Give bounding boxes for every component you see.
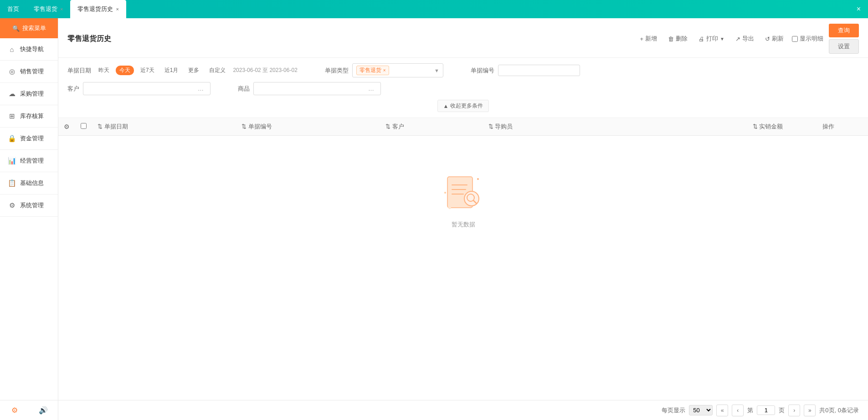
refresh-button[interactable]: ↺ 刷新	[762, 33, 786, 45]
page-size-select[interactable]: 20 50 100 200	[689, 405, 713, 415]
doc-number-input[interactable]	[498, 65, 580, 76]
sidebar-item-purchase-mgmt-label: 采购管理	[20, 90, 44, 98]
new-icon: +	[640, 36, 644, 42]
table-col-customer[interactable]: ⇅ 客户	[380, 118, 483, 136]
refresh-icon: ↺	[765, 36, 770, 42]
volume-icon: 🔊	[39, 406, 48, 415]
date-pill-last-month[interactable]: 近1月	[161, 66, 182, 75]
tab-retail-return-history[interactable]: 零售退货历史 ×	[70, 0, 126, 18]
page-prev-button[interactable]: ‹	[732, 405, 744, 416]
settings-button[interactable]: 设置	[829, 39, 859, 54]
sidebar-item-basic-info[interactable]: 📋 基础信息	[0, 172, 58, 195]
sidebar-item-purchase-mgmt[interactable]: ☁ 采购管理	[0, 83, 58, 105]
page-next-button[interactable]: ›	[788, 405, 800, 416]
table-col-number[interactable]: ⇅ 单据编号	[236, 118, 380, 136]
filter-date: 单据日期 昨天 今天 近7天 近1月 更多 自定义 2023-06-02 至 2…	[67, 66, 298, 75]
customer-ellipsis-button[interactable]: …	[195, 84, 206, 93]
system-icon: ⚙	[7, 201, 16, 210]
page-label-after: 页	[779, 406, 785, 415]
inventory-icon: ⊞	[7, 112, 16, 121]
purchase-icon: ☁	[7, 89, 16, 98]
toolbar: + 新增 🗑 删除 🖨 打印 ▼ ↗ 导出 ↺ 刷新	[637, 24, 859, 54]
sidebar-settings-button[interactable]: ⚙	[0, 400, 29, 420]
filter-row-1: 单据日期 昨天 今天 近7天 近1月 更多 自定义 2023-06-02 至 2…	[67, 63, 859, 77]
table-col-spacer	[606, 118, 645, 136]
page-input[interactable]	[757, 405, 775, 415]
table-col-amount-label: ⇅ 实销金额	[753, 123, 783, 130]
sidebar-search[interactable]: 🔍 搜索菜单	[0, 18, 58, 38]
new-button[interactable]: + 新增	[637, 33, 660, 45]
tab-retail-return-history-label: 零售退货历史	[77, 5, 113, 13]
window-close-button[interactable]: ×	[857, 5, 861, 13]
tab-retail-return[interactable]: 零售退货 ×	[26, 0, 70, 18]
sidebar-item-inventory-calc-label: 库存核算	[20, 112, 44, 120]
date-pill-custom[interactable]: 自定义	[205, 66, 229, 75]
top-bar: 首页 零售退货 × 零售退货历史 × ×	[0, 0, 868, 18]
doc-type-tag: 零售退货 ×	[356, 66, 389, 75]
pagination-bar: 每页显示 20 50 100 200 « ‹ 第 页 › » 共0页, 0条记录	[58, 400, 868, 420]
doc-type-tag-close[interactable]: ×	[383, 68, 386, 73]
date-pill-today[interactable]: 今天	[116, 66, 134, 75]
table-col-amount[interactable]: ⇅ 实销金额	[644, 118, 788, 136]
sidebar-item-sales-mgmt[interactable]: ◎ 销售管理	[0, 61, 58, 83]
customer-filter-label: 客户	[67, 85, 79, 93]
sidebar-item-quick-nav[interactable]: ⌂ 快捷导航	[0, 38, 58, 61]
show-detail-checkbox[interactable]	[792, 36, 798, 42]
print-icon: 🖨	[699, 36, 704, 42]
product-ellipsis-button[interactable]: …	[365, 84, 377, 93]
right-actions: 查询 设置	[829, 24, 859, 54]
table-col-action: 操作	[789, 118, 868, 136]
table-col-number-label: ⇅ 单据编号	[241, 123, 272, 130]
page-last-button[interactable]: »	[804, 405, 816, 416]
table-col-customer-label: ⇅ 客户	[385, 123, 404, 130]
search-icon: 🔍	[12, 25, 20, 32]
tab-home[interactable]: 首页	[0, 0, 26, 18]
page-title: 零售退货历史	[67, 34, 111, 44]
sidebar-item-system-mgmt[interactable]: ⚙ 系统管理	[0, 195, 58, 217]
main-content: 零售退货历史 + 新增 🗑 删除 🖨 打印 ▼ ↗ 导出	[58, 18, 868, 420]
date-pill-yesterday[interactable]: 昨天	[95, 66, 113, 75]
sidebar-volume-button[interactable]: 🔊	[29, 400, 58, 420]
date-pill-last7[interactable]: 近7天	[137, 66, 158, 75]
collapse-button[interactable]: ▲ 收起更多条件	[437, 100, 489, 112]
collapse-label: 收起更多条件	[450, 102, 483, 110]
settings-gear-icon: ⚙	[11, 406, 18, 415]
tab-home-label: 首页	[7, 5, 19, 13]
page-size-label: 每页显示	[662, 406, 685, 415]
sidebar-item-capital-mgmt[interactable]: 🔒 资金管理	[0, 128, 58, 150]
table-settings-icon[interactable]: ⚙	[64, 123, 70, 130]
sidebar-item-system-mgmt-label: 系统管理	[20, 201, 44, 210]
doc-type-value: 零售退货	[360, 67, 381, 74]
operation-icon: 📊	[7, 156, 16, 165]
delete-label: 删除	[676, 35, 688, 43]
tab-retail-return-history-close[interactable]: ×	[116, 6, 118, 12]
table-col-guide[interactable]: ⇅ 导购员	[483, 118, 606, 136]
home-icon: ⌂	[7, 45, 16, 54]
tab-retail-return-close[interactable]: ×	[60, 6, 63, 12]
page-first-button[interactable]: «	[716, 405, 728, 416]
main-layout: 🔍 搜索菜单 ⌂ 快捷导航 ◎ 销售管理 ☁ 采购管理 ⊞ 库存核算 🔒 资金	[0, 18, 868, 420]
table-select-all-checkbox[interactable]	[81, 123, 87, 129]
print-button[interactable]: 🖨 打印 ▼	[696, 33, 727, 45]
date-range-display: 2023-06-02 至 2023-06-02	[233, 67, 297, 74]
new-label: 新增	[645, 35, 657, 43]
date-pills: 昨天 今天 近7天 近1月 更多 自定义	[95, 66, 229, 75]
sidebar-item-quick-nav-label: 快捷导航	[20, 45, 44, 53]
export-button[interactable]: ↗ 导出	[733, 33, 757, 45]
filter-doc-number: 单据编号	[471, 65, 580, 76]
table-col-date[interactable]: ⇅ 单据日期	[92, 118, 236, 136]
filter-doc-type: 单据类型 零售退货 × ▼	[325, 63, 443, 77]
sidebar-bottom: ⚙ 🔊	[0, 400, 58, 420]
page-header: 零售退货历史 + 新增 🗑 删除 🖨 打印 ▼ ↗ 导出	[58, 18, 868, 58]
empty-icon	[441, 172, 486, 213]
doc-number-filter-label: 单据编号	[471, 67, 494, 75]
delete-button[interactable]: 🗑 删除	[665, 33, 690, 45]
doc-type-selector[interactable]: 零售退货 × ▼	[352, 63, 443, 77]
sidebar-item-inventory-calc[interactable]: ⊞ 库存核算	[0, 105, 58, 128]
collapse-icon: ▲	[443, 103, 449, 109]
delete-icon: 🗑	[668, 36, 674, 42]
date-pill-more[interactable]: 更多	[185, 66, 203, 75]
query-button[interactable]: 查询	[829, 24, 859, 37]
show-detail-checkbox-label[interactable]: 显示明细	[792, 35, 823, 43]
sidebar-item-operation-mgmt[interactable]: 📊 经营管理	[0, 150, 58, 172]
